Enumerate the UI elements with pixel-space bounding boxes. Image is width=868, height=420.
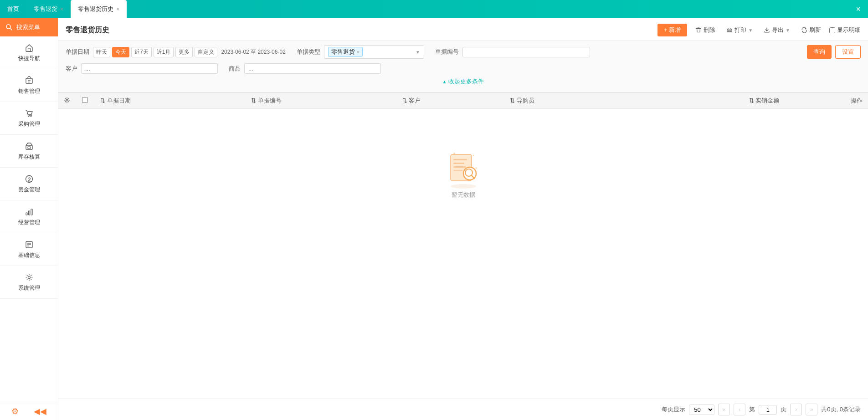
base-info-icon <box>24 240 34 250</box>
date-btn-today[interactable]: 今天 <box>112 47 129 57</box>
svg-point-10 <box>26 176 32 183</box>
tab-home[interactable]: 首页 <box>0 0 26 18</box>
settings-gear-button[interactable]: ⚙ <box>11 406 19 416</box>
finance-icon <box>24 174 34 184</box>
th-checkbox[interactable] <box>77 93 95 109</box>
svg-rect-11 <box>26 213 27 215</box>
sidebar-label-base-info: 基础信息 <box>18 251 40 259</box>
print-button[interactable]: 打印 ▼ <box>724 24 755 36</box>
sidebar-label-finance: 资金管理 <box>18 186 40 194</box>
show-detail-checkbox-label[interactable]: 显示明细 <box>829 26 861 34</box>
prev-page-button[interactable]: ‹ <box>734 404 745 415</box>
page-title: 零售退货历史 <box>66 26 109 35</box>
svg-point-32 <box>473 155 474 156</box>
table-container: ⇅ 单据日期 ⇅ 单据编号 ⇅ 客户 ⇅ 导购员 ⇅ 实销金额 <box>58 92 868 399</box>
table-header-row: ⇅ 单据日期 ⇅ 单据编号 ⇅ 客户 ⇅ 导购员 ⇅ 实销金额 <box>58 93 868 109</box>
export-icon <box>764 27 770 33</box>
th-guide[interactable]: ⇅ 导购员 <box>504 93 634 109</box>
filter-date-item: 单据日期 昨天 今天 近7天 近1月 更多 自定义 2023-06-02 至 2… <box>66 47 286 57</box>
sidebar-item-purchase-mgmt[interactable]: 采购管理 <box>0 102 58 135</box>
next-page-button[interactable]: › <box>790 404 802 415</box>
inventory-icon <box>24 141 34 151</box>
table-settings-icon <box>64 97 70 103</box>
tab-retail-return-history[interactable]: 零售退货历史 × <box>71 0 127 18</box>
export-button[interactable]: 导出 ▼ <box>761 24 793 36</box>
tab-retail-return-history-close[interactable]: × <box>116 6 119 12</box>
refresh-button[interactable]: 刷新 <box>798 24 824 36</box>
page-size-label: 每页显示 <box>662 405 685 414</box>
customer-label: 客户 <box>66 65 77 73</box>
tab-retail-return-close[interactable]: × <box>60 6 63 12</box>
sidebar-label-quick-nav: 快捷导航 <box>18 55 40 62</box>
th-bill-date[interactable]: ⇅ 单据日期 <box>95 93 246 109</box>
last-page-button[interactable]: » <box>806 404 817 415</box>
bill-no-input[interactable] <box>462 47 590 57</box>
sales-icon <box>24 76 34 86</box>
export-dropdown-icon[interactable]: ▼ <box>786 28 790 33</box>
total-records-label: 共0页, 0条记录 <box>821 405 861 414</box>
delete-button[interactable]: 删除 <box>693 24 718 36</box>
sidebar-item-quick-nav[interactable]: 快捷导航 <box>0 36 58 69</box>
window-close-button[interactable]: × <box>848 5 868 14</box>
sidebar-label-purchase-mgmt: 采购管理 <box>18 120 40 128</box>
collapse-button[interactable]: ▲ 收起更多条件 <box>441 76 486 87</box>
empty-state-icon <box>441 145 486 191</box>
th-bill-no[interactable]: ⇅ 单据编号 <box>246 93 396 109</box>
svg-rect-25 <box>453 163 464 164</box>
sidebar-label-operations: 经营管理 <box>18 219 40 226</box>
sidebar-search[interactable]: 搜索菜单 <box>0 18 58 36</box>
collapse-label: 收起更多条件 <box>448 77 484 86</box>
date-btn-more[interactable]: 更多 <box>175 47 193 57</box>
th-amount[interactable]: ⇅ 实销金额 <box>634 93 785 109</box>
sidebar-item-system[interactable]: 系统管理 <box>0 266 58 299</box>
svg-rect-8 <box>26 145 32 149</box>
bill-type-input[interactable]: 零售退货 × ▼ <box>324 45 424 59</box>
bill-no-label: 单据编号 <box>435 48 459 56</box>
date-btn-custom[interactable]: 自定义 <box>195 47 217 57</box>
add-button[interactable]: + 新增 <box>657 24 687 36</box>
bill-type-label: 单据类型 <box>297 48 320 56</box>
settings-button[interactable]: 设置 <box>835 45 861 59</box>
sidebar-search-label: 搜索菜单 <box>16 23 40 31</box>
select-all-checkbox[interactable] <box>82 97 88 103</box>
date-buttons: 昨天 今天 近7天 近1月 更多 自定义 <box>93 47 217 57</box>
th-action: 操作 <box>785 93 868 109</box>
svg-rect-24 <box>453 159 467 160</box>
bill-type-tag-close[interactable]: × <box>357 49 360 55</box>
sidebar-item-base-info[interactable]: 基础信息 <box>0 233 58 266</box>
tab-retail-return[interactable]: 零售退货 × <box>26 0 71 18</box>
goods-input[interactable] <box>244 63 381 74</box>
content-area: 零售退货历史 + 新增 删除 打印 ▼ <box>58 18 868 420</box>
svg-rect-2 <box>28 48 30 51</box>
page-number-input[interactable] <box>759 405 777 415</box>
sidebar-item-finance[interactable]: 资金管理 <box>0 168 58 200</box>
page-header: 零售退货历史 + 新增 删除 打印 ▼ <box>58 18 868 41</box>
svg-point-6 <box>28 115 29 117</box>
sidebar-item-sales-mgmt[interactable]: 销售管理 <box>0 69 58 102</box>
show-detail-checkbox[interactable] <box>829 27 835 33</box>
svg-point-18 <box>28 277 30 279</box>
th-customer[interactable]: ⇅ 客户 <box>397 93 504 109</box>
sidebar-item-inventory[interactable]: 库存核算 <box>0 135 58 168</box>
bill-type-dropdown-icon[interactable]: ▼ <box>416 50 420 55</box>
empty-row: 暂无数据 <box>58 109 868 236</box>
volume-button[interactable]: ◀◀ <box>34 406 46 416</box>
query-button[interactable]: 查询 <box>807 45 832 59</box>
print-icon <box>726 27 733 33</box>
filter-customer-item: 客户 <box>66 63 218 74</box>
date-btn-1month[interactable]: 近1月 <box>154 47 174 57</box>
first-page-button[interactable]: « <box>718 404 730 415</box>
sidebar-item-operations[interactable]: 经营管理 <box>0 200 58 233</box>
date-btn-yesterday[interactable]: 昨天 <box>93 47 110 57</box>
refresh-icon <box>801 27 807 33</box>
page-word: 第 <box>749 405 755 414</box>
main-layout: 搜索菜单 快捷导航 销售管理 <box>0 18 868 420</box>
svg-point-7 <box>30 115 31 117</box>
date-btn-7days[interactable]: 近7天 <box>131 47 152 57</box>
page-size-select[interactable]: 50 20 100 <box>689 405 714 415</box>
th-settings[interactable] <box>58 93 77 109</box>
print-dropdown-icon[interactable]: ▼ <box>748 28 753 33</box>
customer-input[interactable] <box>81 63 218 74</box>
search-icon <box>5 24 13 31</box>
tab-list: 首页 零售退货 × 零售退货历史 × <box>0 0 848 18</box>
